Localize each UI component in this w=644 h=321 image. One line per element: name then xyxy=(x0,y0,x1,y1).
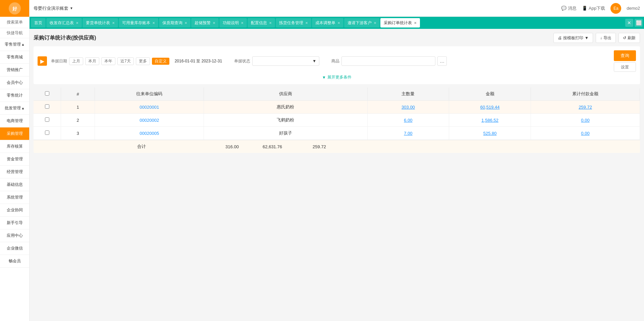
chevron-down-icon: ▼ xyxy=(70,6,73,10)
tab-close-icon[interactable]: ✕ xyxy=(152,21,155,25)
tab-config[interactable]: 配置信息 ✕ xyxy=(248,18,275,28)
tab-recv-send-sum[interactable]: 收发存汇总表 ✕ xyxy=(46,18,82,28)
tab-label: 成本调整单 xyxy=(315,20,335,26)
tab-close-icon[interactable]: ✕ xyxy=(337,21,340,25)
row-paid[interactable]: 0.00 xyxy=(531,127,640,140)
sidebar-item-marketing[interactable]: 营销推广 xyxy=(0,64,29,76)
row-amount[interactable]: 1,586.52 xyxy=(449,114,531,127)
tab-cost-adjust[interactable]: 成本调整单 ✕ xyxy=(312,18,343,28)
tab-purchase-order-stat[interactable]: 采购订单统计表 ✕ xyxy=(380,18,420,28)
print-btn[interactable]: 🖨 按模板打印 ▼ xyxy=(553,33,593,43)
sidebar-item-ecommerce[interactable]: 电商管理 xyxy=(0,115,29,127)
expand-more-btn[interactable]: ▼ 展开更多条件 xyxy=(322,74,352,80)
restore-tab-btn[interactable]: ⬜ xyxy=(635,19,643,27)
sidebar-item-search[interactable]: 搜索菜单 xyxy=(0,17,29,28)
sidebar-item-enterprise-collab[interactable]: 企业协同 xyxy=(0,204,29,217)
tab-quality-query[interactable]: 保质期查询 ✕ xyxy=(159,18,191,28)
tab-close-icon[interactable]: ✕ xyxy=(305,21,308,25)
close-tab-btn[interactable]: ✕ xyxy=(625,19,633,27)
row-supplier: 飞鹤奶粉 xyxy=(204,114,367,127)
refresh-btn[interactable]: ↺ 刷新 xyxy=(619,33,640,43)
avatar[interactable]: Ea xyxy=(610,3,621,14)
tab-overstock-warning[interactable]: 超储预警 ✕ xyxy=(191,18,219,28)
sidebar-item-system[interactable]: 系统管理 xyxy=(0,191,29,204)
tab-close-icon[interactable]: ✕ xyxy=(269,21,272,25)
row-qty[interactable]: 7.00 xyxy=(367,127,449,140)
workspace-selector[interactable]: 母婴行业演示账套 ▼ xyxy=(34,5,73,11)
row-checkbox[interactable] xyxy=(34,101,61,114)
tab-close-icon[interactable]: ✕ xyxy=(184,21,187,25)
sidebar-item-wecom[interactable]: 企业微信 xyxy=(0,242,29,255)
row-amount[interactable]: 60,519.44 xyxy=(449,101,531,114)
tab-label: 保质期查询 xyxy=(162,20,182,26)
app-download-btn[interactable]: 📱 App下载 xyxy=(582,5,605,11)
row-paid[interactable]: 259.72 xyxy=(531,101,640,114)
select-all-checkbox[interactable] xyxy=(45,91,49,96)
sidebar-item-appcenter[interactable]: 应用中心 xyxy=(0,229,29,242)
message-btn[interactable]: 💬 消息 xyxy=(561,5,577,11)
th-amount: 金额 xyxy=(449,88,531,101)
row-checkbox[interactable] xyxy=(34,127,61,140)
sidebar-item-operation[interactable]: 经营管理 xyxy=(0,166,29,178)
tab-invite-customer[interactable]: 邀请下游客户 ✕ xyxy=(344,18,380,28)
refresh-label: 刷新 xyxy=(628,35,636,41)
row-amount[interactable]: 525.80 xyxy=(449,127,531,140)
table-footer: 合计 316.00 62,631.76 259.72 xyxy=(34,140,640,153)
date-btn-this-month[interactable]: 本月 xyxy=(85,57,99,65)
goods-input[interactable] xyxy=(341,56,435,66)
row-checkbox[interactable] xyxy=(34,114,61,127)
date-btn-more[interactable]: 更多 xyxy=(136,57,150,65)
sidebar-item-quicknav[interactable]: 快捷导航 xyxy=(0,28,29,38)
tab-order-stat[interactable]: 要货单统计表 ✕ xyxy=(83,18,118,28)
sidebar-item-basic-info[interactable]: 基础信息 xyxy=(0,178,29,191)
sidebar-item-retail-stat[interactable]: 零售统计 xyxy=(0,89,29,102)
date-btn-last-month[interactable]: 上月 xyxy=(69,57,83,65)
tab-usable-inventory[interactable]: 可用量库存账本 ✕ xyxy=(119,18,158,28)
tab-pick-task[interactable]: 拣货任务管理 ✕ xyxy=(276,18,311,28)
username: demo2 xyxy=(627,6,640,11)
tab-label: 超储预警 xyxy=(195,20,211,26)
tab-close-icon[interactable]: ✕ xyxy=(414,21,417,25)
sidebar-item-newbie[interactable]: 新手引导 xyxy=(0,217,29,229)
tab-close-icon[interactable]: ✕ xyxy=(241,21,244,25)
sidebar-item-finance[interactable]: 资金管理 xyxy=(0,153,29,166)
date-filter-group: 单据日期 上月 本月 本年 近7天 更多 自定义 xyxy=(51,57,169,65)
tab-close-icon[interactable]: ✕ xyxy=(112,21,115,25)
row-qty[interactable]: 6.00 xyxy=(367,114,449,127)
status-filter-group: 单据状态 ▼ xyxy=(234,56,319,66)
chevron-down-icon: ▼ xyxy=(585,36,589,40)
sidebar-item-wholesale[interactable]: 批发管理 ▲ xyxy=(0,102,29,115)
tab-close-icon[interactable]: ✕ xyxy=(76,21,78,25)
app-label: App下载 xyxy=(589,5,605,11)
tab-home[interactable]: 首页 xyxy=(31,18,46,28)
row-qty[interactable]: 303.00 xyxy=(367,101,449,114)
row-code[interactable]: 00020001 xyxy=(95,101,204,114)
date-btn-7days[interactable]: 近7天 xyxy=(117,57,134,65)
tab-close-icon[interactable]: ✕ xyxy=(374,21,376,25)
sidebar-item-retail-mgmt[interactable]: 零售管理 ▲ xyxy=(0,38,29,51)
row-num: 3 xyxy=(61,127,95,140)
status-select[interactable]: ▼ xyxy=(252,56,319,66)
th-supplier: 供应商 xyxy=(204,88,367,101)
tab-func-desc[interactable]: 功能说明 ✕ xyxy=(219,18,247,28)
filter-toggle-btn[interactable]: ▶ xyxy=(38,56,47,66)
export-btn[interactable]: ↓ 导出 xyxy=(596,33,616,43)
row-code[interactable]: 00020002 xyxy=(95,114,204,127)
sidebar-item-member-vip[interactable]: 畅会员 xyxy=(0,255,29,268)
data-table: # 往来单位编码 供应商 主数量 金额 累计付款金额 1 00020001 惠氏… xyxy=(34,88,640,140)
row-code[interactable]: 00020005 xyxy=(95,127,204,140)
tab-close-icon[interactable]: ✕ xyxy=(213,21,215,25)
row-num: 1 xyxy=(61,101,95,114)
filter-area: ▶ 单据日期 上月 本月 本年 近7天 更多 自定义 xyxy=(34,46,640,84)
goods-more-btn[interactable]: … xyxy=(437,56,447,66)
sidebar-item-member[interactable]: 会员中心 xyxy=(0,76,29,89)
sidebar-item-purchase[interactable]: 采购管理 xyxy=(0,127,29,140)
query-btn[interactable]: 查询 xyxy=(614,50,636,61)
tab-label: 可用量库存账本 xyxy=(122,20,150,26)
row-paid[interactable]: 0.00 xyxy=(531,114,640,127)
date-btn-this-year[interactable]: 本年 xyxy=(101,57,115,65)
sidebar-item-retail-store[interactable]: 零售商城 xyxy=(0,51,29,64)
sidebar-item-inventory[interactable]: 库存核算 xyxy=(0,140,29,153)
settings-btn[interactable]: 设置 xyxy=(614,62,636,72)
chevron-down-icon: ▲ xyxy=(21,106,25,110)
